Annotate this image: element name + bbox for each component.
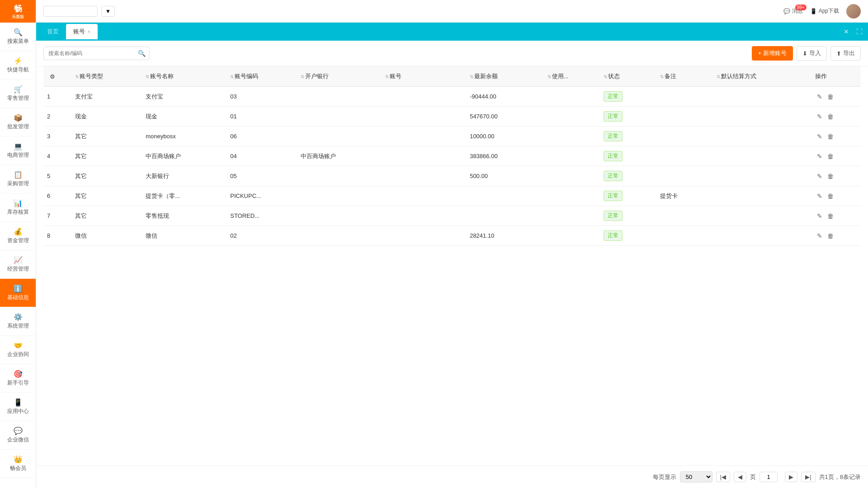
sidebar-item-purchase[interactable]: 📋 采购管理: [0, 165, 36, 193]
search-group: 🔍: [43, 47, 150, 60]
prev-page-button[interactable]: ◀: [734, 472, 746, 482]
sidebar-item-wholesale[interactable]: 📦 批发管理: [0, 108, 36, 136]
table-row: 1 支付宝 支付宝 03 -90444.00 正常 ✎ 🗑: [43, 87, 861, 107]
cell-settle: [713, 206, 811, 226]
cell-account: [382, 87, 466, 107]
cell-settle: [713, 186, 811, 206]
cell-use: [544, 87, 600, 107]
col-code-header[interactable]: ⇅账号编码: [226, 66, 297, 87]
col-status-header[interactable]: ⇅状态: [600, 66, 656, 87]
import-button[interactable]: ⬇ 导入: [797, 46, 827, 61]
cell-note: 提货卡: [656, 186, 713, 206]
table-row: 5 其它 大新银行 05 500.00 正常 ✎ 🗑: [43, 166, 861, 186]
table-row: 3 其它 moneybosx 06 10000.00 正常 ✎ 🗑: [43, 127, 861, 146]
edit-button[interactable]: ✎: [815, 231, 824, 240]
cell-code: 05: [226, 166, 297, 186]
col-settle-header[interactable]: ⇅默认结算方式: [713, 66, 811, 87]
sidebar-item-collab[interactable]: 🤝 企业协同: [0, 336, 36, 364]
first-page-button[interactable]: |◀: [716, 472, 730, 482]
cell-note: [656, 107, 713, 127]
col-type-header[interactable]: ⇅账号类型: [71, 66, 142, 87]
cell-name: 大新银行: [142, 166, 226, 186]
sidebar-item-vip[interactable]: 👑 畅会员: [0, 450, 36, 478]
notification-button[interactable]: 💬 消息 99+: [783, 7, 803, 15]
tab-close-icon[interactable]: ×: [88, 29, 90, 34]
edit-button[interactable]: ✎: [815, 172, 824, 181]
search-input[interactable]: [44, 47, 134, 59]
table-body: 1 支付宝 支付宝 03 -90444.00 正常 ✎ 🗑 2 现金 现金 01…: [43, 87, 861, 246]
sidebar-item-operations[interactable]: 📈 经营管理: [0, 250, 36, 279]
operations-icon: 📈: [2, 256, 34, 264]
edit-button[interactable]: ✎: [815, 112, 824, 121]
sidebar-item-finance[interactable]: 💰 资金管理: [0, 222, 36, 250]
cell-account: [382, 166, 466, 186]
cell-num: 1: [43, 87, 71, 107]
page-size-select[interactable]: 50 20 100: [680, 471, 712, 483]
app-download-button[interactable]: 📱 App下载: [810, 7, 839, 15]
sidebar-item-corpwechat[interactable]: 💬 企业微信: [0, 421, 36, 450]
delete-button[interactable]: 🗑: [826, 112, 835, 121]
sidebar-item-appcenter[interactable]: 📱 应用中心: [0, 393, 36, 421]
col-name-header[interactable]: ⇅账号名称: [142, 66, 226, 87]
tab-account[interactable]: 账号 ×: [66, 24, 98, 39]
cell-bank: [297, 226, 382, 246]
cell-note: [656, 87, 713, 107]
delete-button[interactable]: 🗑: [826, 172, 835, 181]
delete-button[interactable]: 🗑: [826, 92, 835, 101]
cell-bank: [297, 87, 382, 107]
col-account-header[interactable]: ⇅账号: [382, 66, 466, 87]
status-badge: 正常: [604, 230, 623, 241]
notification-icon: 💬: [783, 8, 790, 14]
cell-name: 现金: [142, 107, 226, 127]
cell-type: 其它: [71, 186, 142, 206]
col-settings[interactable]: ⚙: [43, 66, 71, 87]
sidebar-item-basicinfo[interactable]: ℹ️ 基础信息: [0, 279, 36, 307]
cell-status: 正常: [600, 206, 656, 226]
delete-button[interactable]: 🗑: [826, 152, 835, 161]
last-page-button[interactable]: ▶|: [801, 472, 815, 482]
table-row: 6 其它 提货卡（零... PICKUPC... 正常 提货卡 ✎ 🗑: [43, 186, 861, 206]
sidebar-item-quicknav[interactable]: ⚡ 快捷导航: [0, 51, 36, 80]
sidebar-item-search[interactable]: 🔍 搜索菜单: [0, 23, 36, 51]
cell-settle: [713, 166, 811, 186]
cell-type: 支付宝: [71, 87, 142, 107]
sidebar-item-inventory[interactable]: 📊 库存核算: [0, 193, 36, 222]
tab-close-action[interactable]: ✕: [842, 26, 851, 37]
tab-fullscreen-action[interactable]: ⛶: [854, 26, 864, 37]
user-avatar[interactable]: [846, 4, 861, 19]
delete-button[interactable]: 🗑: [826, 132, 835, 141]
settings-icon[interactable]: ⚙: [47, 71, 58, 82]
export-button[interactable]: ⬆ 导出: [830, 46, 861, 61]
col-bank-header[interactable]: ⇅开户银行: [297, 66, 382, 87]
status-badge: 正常: [604, 111, 623, 122]
edit-button[interactable]: ✎: [815, 211, 824, 221]
phone-icon: 📱: [810, 8, 817, 14]
sidebar-item-system[interactable]: ⚙️ 系统管理: [0, 307, 36, 336]
per-page-label: 每页显示: [653, 473, 676, 481]
sidebar-item-ecom[interactable]: 💻 电商管理: [0, 136, 36, 165]
col-use-header[interactable]: ⇅使用...: [544, 66, 600, 87]
top-search-input[interactable]: [43, 6, 98, 17]
col-note-header[interactable]: ⇅备注: [656, 66, 713, 87]
delete-button[interactable]: 🗑: [826, 211, 835, 221]
col-balance-header[interactable]: ⇅最新余额: [466, 66, 543, 87]
sidebar-item-guide[interactable]: 🎯 新手引导: [0, 364, 36, 393]
edit-button[interactable]: ✎: [815, 92, 824, 101]
cell-account: [382, 206, 466, 226]
delete-button[interactable]: 🗑: [826, 192, 835, 201]
dropdown-button[interactable]: ▼: [101, 6, 115, 17]
delete-button[interactable]: 🗑: [826, 231, 835, 240]
add-account-button[interactable]: + 新增账号: [752, 46, 793, 61]
search-nav-icon: 🔍: [2, 28, 34, 37]
sidebar-nav: 🔍 搜索菜单 ⚡ 快捷导航 🛒 零售管理 📦 批发管理 💻 电商管理 📋 采购管…: [0, 23, 36, 488]
edit-button[interactable]: ✎: [815, 192, 824, 201]
page-number-input[interactable]: [760, 472, 778, 482]
cell-use: [544, 186, 600, 206]
sidebar-item-retail[interactable]: 🛒 零售管理: [0, 80, 36, 108]
search-button[interactable]: 🔍: [134, 47, 149, 60]
edit-button[interactable]: ✎: [815, 132, 824, 141]
cell-bank: [297, 107, 382, 127]
tab-home[interactable]: 首页: [40, 24, 66, 39]
next-page-button[interactable]: ▶: [785, 472, 797, 482]
edit-button[interactable]: ✎: [815, 152, 824, 161]
